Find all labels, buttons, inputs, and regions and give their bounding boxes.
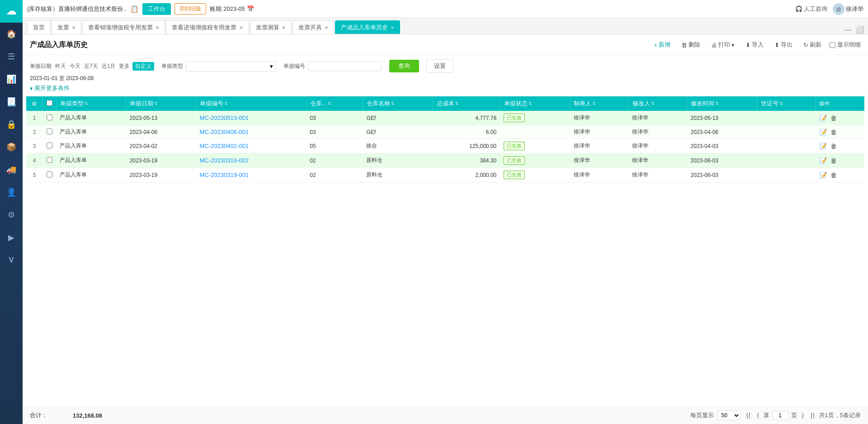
sidebar-item-chart[interactable]: 📊 — [0, 68, 23, 91]
th-checkbox[interactable] — [42, 96, 56, 111]
detail-check[interactable] — [830, 42, 835, 48]
row-select[interactable] — [47, 157, 52, 163]
prev-page-btn[interactable]: ⟨ — [755, 411, 761, 420]
th-settings[interactable]: ⚙ — [26, 96, 42, 111]
expand-more-btn[interactable]: ▾ 展开更多条件 — [30, 84, 861, 92]
period-calendar-icon[interactable]: 📅 — [247, 5, 254, 12]
sidebar-item-user[interactable]: 👤 — [0, 181, 23, 204]
number-input-wrap[interactable] — [308, 61, 382, 71]
export-button[interactable]: ⬆ 导出 — [772, 39, 795, 51]
sidebar-item-box[interactable]: 📦 — [0, 136, 23, 158]
tab-minimize-icon[interactable]: — — [844, 26, 852, 34]
user-menu[interactable]: @ 徐泽华 — [833, 3, 863, 15]
sort-icon[interactable]: ⇅ — [779, 101, 783, 106]
row-number[interactable]: MC-20230319-001 — [196, 168, 307, 182]
switch-button[interactable]: 切到旧版 — [175, 3, 206, 14]
query-button[interactable]: 查询 — [389, 60, 419, 72]
row-checkbox[interactable] — [42, 111, 56, 125]
sort-icon[interactable]: ⇅ — [592, 101, 596, 106]
sort-icon[interactable]: ⇅ — [224, 101, 228, 106]
sidebar-item-v[interactable]: V — [0, 249, 23, 272]
number-link[interactable]: MC-20230513-001 — [200, 114, 249, 121]
number-link[interactable]: MC-20230319-001 — [200, 172, 249, 178]
edit-icon[interactable]: 📝 — [819, 129, 827, 136]
next-page-btn[interactable]: ⟩ — [800, 411, 806, 420]
sort-icon[interactable]: ⇅ — [154, 101, 158, 106]
company-name[interactable]: (库存核算）直播轻绑通信息技术股份... ▾ — [27, 5, 127, 13]
sidebar-item-truck[interactable]: 🚚 — [0, 158, 23, 181]
custom-btn[interactable]: 自定义 — [132, 62, 154, 71]
week-btn[interactable]: 近7天 — [83, 62, 99, 71]
row-checkbox[interactable] — [42, 168, 56, 182]
row-checkbox[interactable] — [42, 153, 56, 168]
sidebar-item-video[interactable]: ▶ — [0, 226, 23, 249]
settings-gear-icon[interactable]: ⚙ — [32, 100, 37, 107]
page-size-select[interactable]: 50 100 200 — [717, 410, 741, 420]
sidebar-item-document[interactable]: ☰ — [0, 45, 23, 68]
sort-icon[interactable]: ⇅ — [85, 101, 88, 106]
month-btn[interactable]: 近1月 — [101, 62, 117, 71]
row-select[interactable] — [47, 172, 52, 177]
tab-purchase-invoice[interactable]: 查看进项增值税专用发票 × — [166, 20, 249, 34]
last-page-btn[interactable]: ⟩⟩ — [808, 411, 816, 420]
edit-icon[interactable]: 📝 — [819, 114, 827, 122]
tab-maximize-icon[interactable]: ⬜ — [855, 25, 864, 34]
tab-product-history[interactable]: 产成品入库单历史 × — [335, 20, 400, 34]
sort-icon[interactable]: ⇅ — [651, 101, 655, 106]
service-link[interactable]: 🎧 人工咨询 — [795, 5, 827, 13]
close-icon[interactable]: × — [391, 24, 394, 31]
row-number[interactable]: MC-20230406-001 — [196, 125, 307, 139]
delete-row-icon[interactable]: 🗑 — [830, 114, 837, 122]
number-link[interactable]: MC-20230319-002 — [200, 157, 249, 164]
sidebar-item-home[interactable]: 🏠 — [0, 23, 23, 45]
delete-row-icon[interactable]: 🗑 — [830, 129, 837, 136]
row-number[interactable]: MC-20230319-002 — [196, 153, 307, 168]
more-btn[interactable]: 更多 — [118, 62, 131, 71]
select-all-checkbox[interactable] — [47, 100, 52, 106]
close-icon[interactable]: × — [156, 24, 159, 31]
sort-icon[interactable]: ⇅ — [455, 101, 459, 106]
row-select[interactable] — [47, 114, 52, 120]
delete-row-icon[interactable]: 🗑 — [830, 143, 837, 150]
row-checkbox[interactable] — [42, 139, 56, 153]
row-checkbox[interactable] — [42, 125, 56, 139]
edit-icon[interactable]: 📝 — [819, 157, 827, 164]
sort-icon[interactable]: ⇅ — [391, 101, 395, 106]
first-page-btn[interactable]: ⟨⟨ — [744, 411, 752, 420]
yesterday-btn[interactable]: 昨天 — [54, 62, 67, 71]
type-select-wrap[interactable]: ▾ — [186, 61, 276, 71]
number-link[interactable]: MC-20230402-001 — [200, 143, 249, 149]
sort-icon[interactable]: ⇅ — [328, 101, 331, 106]
sidebar-item-settings[interactable]: ⚙ — [0, 204, 23, 226]
row-number[interactable]: MC-20230402-001 — [196, 139, 307, 153]
row-number[interactable]: MC-20230513-001 — [196, 111, 307, 125]
tab-invoice[interactable]: 发票 × — [52, 20, 81, 34]
row-select[interactable] — [47, 143, 52, 148]
page-input[interactable] — [772, 411, 788, 420]
sidebar-item-lock[interactable]: 🔒 — [0, 113, 23, 136]
tab-invoice-open[interactable]: 发票开具 × — [292, 20, 334, 34]
print-button[interactable]: 🖨 打印 ▾ — [708, 39, 737, 51]
delete-row-icon[interactable]: 🗑 — [830, 157, 837, 164]
type-select[interactable] — [189, 63, 270, 69]
sidebar-item-invoice[interactable]: 📃 — [0, 91, 23, 113]
close-icon[interactable]: × — [72, 24, 75, 31]
close-icon[interactable]: × — [282, 24, 286, 31]
edit-icon[interactable]: 📝 — [819, 143, 827, 150]
close-icon[interactable]: × — [239, 24, 243, 31]
row-select[interactable] — [47, 129, 52, 134]
tab-sales-invoice[interactable]: 查看销项增值税专用发票 × — [82, 20, 165, 34]
close-icon[interactable]: × — [325, 24, 328, 31]
doc-icon[interactable]: 📋 — [130, 5, 139, 13]
workbench-button[interactable]: 工作台 — [142, 3, 171, 15]
refresh-button[interactable]: ↻ 刷新 — [801, 39, 824, 51]
sort-icon[interactable]: ⇅ — [528, 101, 532, 106]
today-btn[interactable]: 今天 — [69, 62, 81, 71]
import-button[interactable]: ⬇ 导入 — [743, 39, 766, 51]
edit-icon[interactable]: 📝 — [819, 172, 827, 179]
set-button[interactable]: 设置 — [426, 59, 453, 73]
show-detail-checkbox[interactable]: 显示明细 — [830, 41, 861, 49]
delete-row-icon[interactable]: 🗑 — [830, 172, 837, 179]
delete-button[interactable]: 🗑 删除 — [679, 39, 703, 51]
number-link[interactable]: MC-20230406-001 — [200, 129, 249, 135]
